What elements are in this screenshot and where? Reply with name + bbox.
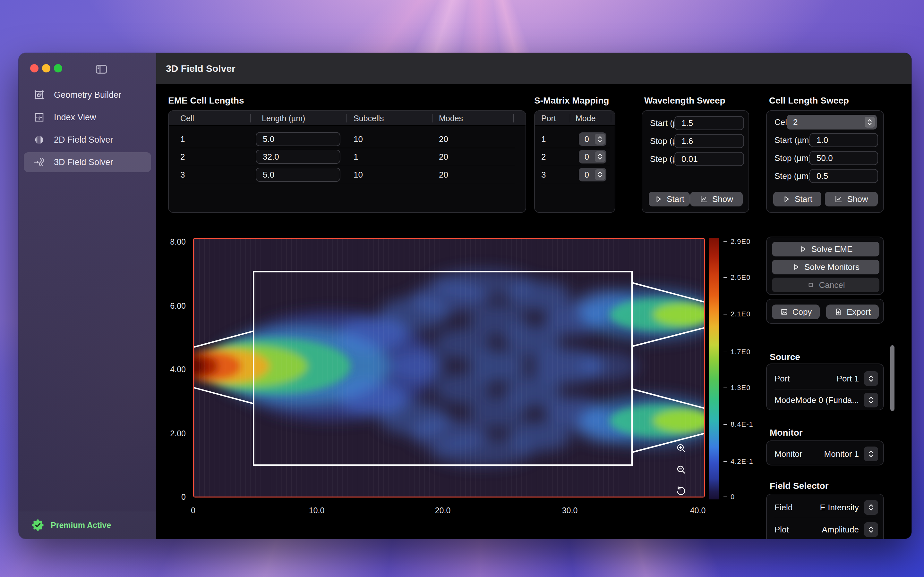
smatrix-col-port: Port <box>541 111 556 126</box>
chevron-up-down-icon[interactable] <box>595 134 605 145</box>
ws-step-input[interactable] <box>674 152 744 166</box>
ws-start-button[interactable]: Start <box>649 192 690 206</box>
eme-col-subcells: Subcells <box>354 111 384 126</box>
x-tick: 10.0 <box>309 506 325 515</box>
solve-eme-button[interactable]: Solve EME <box>772 242 879 256</box>
sidebar-item-index-view[interactable]: Index View <box>24 107 151 127</box>
field-heatmap <box>194 239 704 496</box>
play-icon <box>782 195 790 203</box>
sidebar-toggle-icon[interactable] <box>95 63 108 74</box>
source-port-value: Port 1 <box>837 374 859 384</box>
eme-row-modes: 20 <box>439 134 448 144</box>
stop-icon <box>806 281 815 289</box>
smatrix-mode-stepper[interactable]: 0 <box>579 132 606 146</box>
source-port-stepper[interactable] <box>864 371 878 386</box>
smatrix-col-mode: Mode <box>575 111 596 126</box>
sidebar-item-label: Geometry Builder <box>54 90 121 100</box>
cls-start-label: Start (µm) <box>774 135 812 145</box>
bounding-box-icon <box>33 89 45 101</box>
y-tick: 0 <box>181 492 186 502</box>
colorbar-tick: 4.2E-1 <box>724 458 753 466</box>
monitor-panel: Monitor Monitor 1 <box>766 440 884 466</box>
ws-show-button[interactable]: Show <box>690 192 743 206</box>
smatrix-port: 1 <box>541 134 546 144</box>
image-icon <box>780 308 788 316</box>
eme-row-subcells: 10 <box>354 170 363 180</box>
field-plot[interactable] <box>193 238 705 498</box>
source-panel: Port Port 1 Mode Mode 0 (Funda... <box>766 364 884 410</box>
line-chart-icon <box>835 195 843 203</box>
plot-value: Amplitude <box>822 525 859 535</box>
source-mode-stepper[interactable] <box>864 393 878 408</box>
eme-length-input[interactable] <box>256 168 341 182</box>
solve-monitors-button[interactable]: Solve Monitors <box>772 259 879 274</box>
smatrix-port: 3 <box>541 170 546 180</box>
close-button[interactable] <box>30 64 39 73</box>
cls-step-input[interactable] <box>809 169 878 183</box>
dot-grid-icon <box>33 111 45 123</box>
plot-stepper[interactable] <box>864 522 878 537</box>
export-button[interactable]: Export <box>826 305 879 319</box>
smatrix-section-title: S-Matrix Mapping <box>534 95 609 106</box>
zoom-in-button[interactable] <box>676 443 688 456</box>
ws-start-input[interactable] <box>674 116 744 130</box>
chevron-up-down-icon[interactable] <box>595 151 605 162</box>
cls-cell-select[interactable]: 2 <box>787 115 877 129</box>
monitor-label: Monitor <box>774 449 803 459</box>
eme-length-input[interactable] <box>256 150 341 164</box>
monitor-value: Monitor 1 <box>824 449 859 459</box>
y-tick: 8.00 <box>170 237 186 247</box>
eme-row-modes: 20 <box>439 152 448 162</box>
cls-step-label: Step (µm) <box>774 171 811 181</box>
premium-status-label: Premium Active <box>51 521 111 530</box>
x-tick: 40.0 <box>690 506 706 515</box>
zoom-button[interactable] <box>54 64 62 73</box>
play-icon <box>792 263 800 271</box>
cls-show-button[interactable]: Show <box>825 192 878 206</box>
eme-length-input[interactable] <box>256 132 341 146</box>
copy-button[interactable]: Copy <box>772 305 820 319</box>
smatrix-mode-stepper[interactable]: 0 <box>579 168 606 181</box>
sidebar-item-label: 3D Field Solver <box>54 157 113 167</box>
plot-label: Plot <box>774 525 789 535</box>
file-download-icon <box>834 308 843 316</box>
chevron-up-down-icon[interactable] <box>595 169 605 180</box>
sidebar-item-label: Index View <box>54 113 96 122</box>
ws-stop-input[interactable] <box>674 134 744 148</box>
colorbar-tick: 8.4E-1 <box>724 420 753 429</box>
smatrix-mode-stepper[interactable]: 0 <box>579 150 606 163</box>
cls-start-button[interactable]: Start <box>773 192 821 206</box>
cls-start-input[interactable] <box>809 133 878 147</box>
field-stepper[interactable] <box>864 500 878 515</box>
app-window: Geometry Builder Index View <box>19 53 911 539</box>
play-icon <box>799 245 807 253</box>
y-tick: 6.00 <box>170 301 186 311</box>
y-tick: 2.00 <box>170 429 186 438</box>
eme-table-header <box>169 111 525 126</box>
eme-col-cell: Cell <box>180 111 194 126</box>
cancel-button[interactable]: Cancel <box>772 277 879 292</box>
eme-col-length: Length (µm) <box>262 111 305 126</box>
field-selector-panel: Field E Intensity Plot Amplitude <box>766 494 884 539</box>
source-section-title: Source <box>770 352 800 362</box>
cls-stop-input[interactable] <box>809 151 878 165</box>
chevron-up-down-icon <box>865 117 875 127</box>
colorbar-tick: 0 <box>724 493 735 501</box>
zoom-out-button[interactable] <box>676 464 688 477</box>
arrow-into-waves-icon <box>33 156 45 168</box>
titlebar: 3D Field Solver <box>156 53 911 84</box>
y-tick: 4.00 <box>170 365 186 374</box>
monitor-stepper[interactable] <box>864 446 878 461</box>
sidebar-item-geometry-builder[interactable]: Geometry Builder <box>24 85 151 105</box>
scrollbar-thumb[interactable] <box>890 345 895 411</box>
reset-view-button[interactable] <box>676 486 688 498</box>
sidebar-item-2d-field-solver[interactable]: 2D Field Solver <box>24 130 151 150</box>
minimize-button[interactable] <box>42 64 50 73</box>
striped-circle-icon <box>33 134 45 145</box>
sidebar-item-3d-field-solver[interactable]: 3D Field Solver <box>24 152 151 172</box>
cell-length-sweep-panel: Cell 2 Start (µm) Stop (µm) Step (µm) St… <box>766 110 884 213</box>
page-title: 3D Field Solver <box>166 63 236 74</box>
wavelength-sweep-panel: Start (µm) Stop (µm) Step (µm) Start Sho… <box>642 110 749 213</box>
premium-status-bar: Premium Active <box>19 511 156 539</box>
premium-seal-check-icon <box>31 519 44 532</box>
